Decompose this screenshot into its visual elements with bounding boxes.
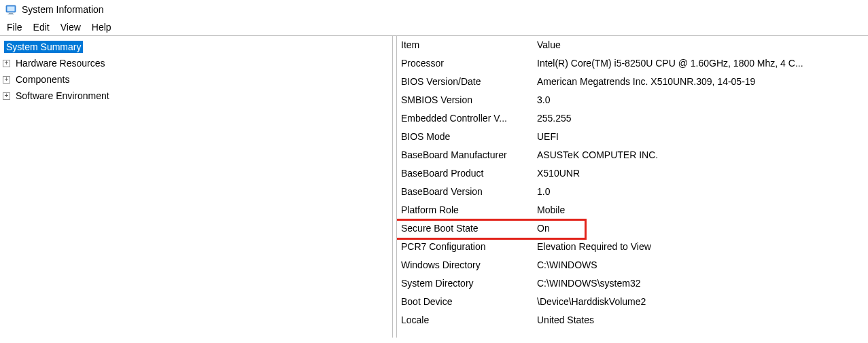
cell-item: Platform Role <box>397 202 533 221</box>
cell-value: On <box>533 221 868 239</box>
table-row[interactable]: Boot Device\Device\HarddiskVolume2 <box>397 294 868 312</box>
cell-item: BaseBoard Manufacturer <box>397 147 533 166</box>
cell-value: C:\WINDOWS <box>533 257 868 276</box>
tree-panel: System Summary + Hardware Resources + Co… <box>0 36 393 338</box>
expand-icon[interactable]: + <box>3 60 10 67</box>
svg-rect-2 <box>9 13 13 14</box>
table-row[interactable]: BIOS ModeUEFI <box>397 129 868 147</box>
table-row[interactable]: Secure Boot StateOn <box>397 221 868 239</box>
tree-item-label: Hardware Resources <box>14 57 107 69</box>
table-row[interactable]: Windows DirectoryC:\WINDOWS <box>397 257 868 276</box>
table-row[interactable]: BIOS Version/DateAmerican Megatrends Inc… <box>397 74 868 92</box>
tree: System Summary + Hardware Resources + Co… <box>0 39 392 104</box>
cell-value: X510UNR <box>533 166 868 184</box>
app-icon <box>5 4 16 15</box>
details-panel: Item Value ProcessorIntel(R) Core(TM) i5… <box>397 36 868 338</box>
table-row[interactable]: BaseBoard ManufacturerASUSTeK COMPUTER I… <box>397 147 868 166</box>
svg-rect-3 <box>8 14 14 14</box>
cell-value: C:\WINDOWS\system32 <box>533 276 868 294</box>
cell-item: Locale <box>397 312 533 331</box>
cell-item: BaseBoard Version <box>397 184 533 202</box>
cell-value: 3.0 <box>533 92 868 111</box>
cell-item: Boot Device <box>397 294 533 312</box>
cell-value: ASUSTeK COMPUTER INC. <box>533 147 868 166</box>
cell-value: United States <box>533 312 868 331</box>
expand-icon[interactable]: + <box>3 76 10 84</box>
menu-file[interactable]: File <box>3 20 29 34</box>
window-title: System Information <box>22 4 104 15</box>
tree-root-system-summary[interactable]: System Summary <box>0 39 392 55</box>
svg-rect-1 <box>7 7 15 12</box>
expand-icon[interactable]: + <box>3 92 10 100</box>
cell-item: Embedded Controller V... <box>397 111 533 129</box>
cell-item: BIOS Version/Date <box>397 74 533 92</box>
cell-value: UEFI <box>533 129 868 147</box>
table-row[interactable]: Platform RoleMobile <box>397 202 868 221</box>
cell-item: PCR7 Configuration <box>397 239 533 257</box>
tree-item-label: Software Environment <box>14 90 111 102</box>
cell-item: Windows Directory <box>397 257 533 276</box>
content-area: System Summary + Hardware Resources + Co… <box>0 35 868 338</box>
tree-item-components[interactable]: + Components <box>0 71 392 88</box>
table-row[interactable]: ProcessorIntel(R) Core(TM) i5-8250U CPU … <box>397 56 868 74</box>
menu-view[interactable]: View <box>56 20 88 34</box>
table-row[interactable]: SMBIOS Version3.0 <box>397 92 868 111</box>
cell-value: 255.255 <box>533 111 868 129</box>
cell-item: System Directory <box>397 276 533 294</box>
table-row[interactable]: BaseBoard Version1.0 <box>397 184 868 202</box>
cell-item: BIOS Mode <box>397 129 533 147</box>
cell-value: American Megatrends Inc. X510UNR.309, 14… <box>533 74 868 92</box>
menu-help[interactable]: Help <box>88 20 118 34</box>
cell-value: Intel(R) Core(TM) i5-8250U CPU @ 1.60GHz… <box>533 56 868 74</box>
cell-value: Elevation Required to View <box>533 239 868 257</box>
details-table: Item Value ProcessorIntel(R) Core(TM) i5… <box>397 37 868 331</box>
right-wrap: Item Value ProcessorIntel(R) Core(TM) i5… <box>393 36 868 338</box>
table-header-row[interactable]: Item Value <box>397 37 868 56</box>
cell-item: SMBIOS Version <box>397 92 533 111</box>
tree-item-software-environment[interactable]: + Software Environment <box>0 88 392 104</box>
table-row[interactable]: Embedded Controller V...255.255 <box>397 111 868 129</box>
details-inner: Item Value ProcessorIntel(R) Core(TM) i5… <box>397 37 868 331</box>
title-bar: System Information <box>0 0 868 19</box>
column-header-value[interactable]: Value <box>533 37 868 56</box>
cell-value: Mobile <box>533 202 868 221</box>
menu-edit[interactable]: Edit <box>29 20 56 34</box>
tree-item-hardware-resources[interactable]: + Hardware Resources <box>0 55 392 71</box>
cell-item: Processor <box>397 56 533 74</box>
cell-value: 1.0 <box>533 184 868 202</box>
tree-root-label: System Summary <box>4 41 83 53</box>
table-row[interactable]: System DirectoryC:\WINDOWS\system32 <box>397 276 868 294</box>
table-row[interactable]: LocaleUnited States <box>397 312 868 331</box>
cell-item: BaseBoard Product <box>397 166 533 184</box>
table-row[interactable]: BaseBoard ProductX510UNR <box>397 166 868 184</box>
tree-item-label: Components <box>14 73 71 86</box>
cell-item: Secure Boot State <box>397 221 533 239</box>
column-header-item[interactable]: Item <box>397 37 533 56</box>
cell-value: \Device\HarddiskVolume2 <box>533 294 868 312</box>
menu-bar: File Edit View Help <box>0 19 868 35</box>
table-row[interactable]: PCR7 ConfigurationElevation Required to … <box>397 239 868 257</box>
